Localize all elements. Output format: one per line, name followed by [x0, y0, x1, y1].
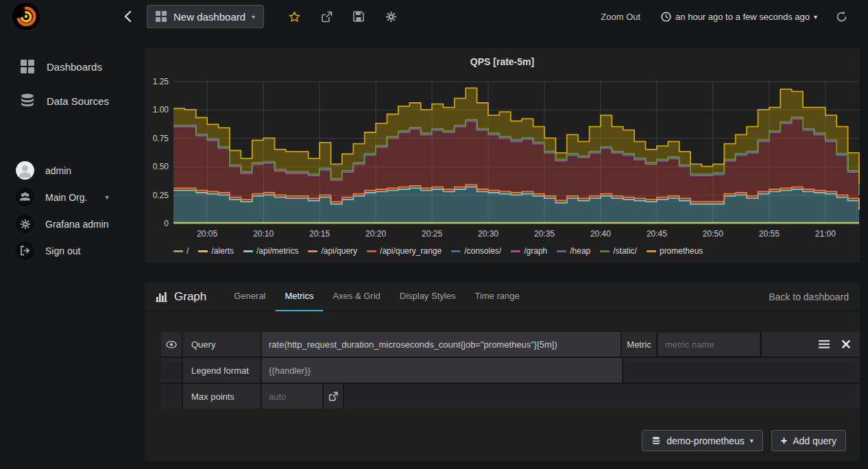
sidebar-item-grafana-admin[interactable]: Grafana admin	[0, 211, 137, 237]
external-link-icon	[328, 392, 338, 401]
collapse-sidebar-chevron-icon[interactable]	[123, 10, 132, 23]
chevron-down-icon: ▾	[105, 193, 108, 201]
legend-item[interactable]: /api/query	[308, 246, 357, 256]
profile-username: admin	[45, 165, 71, 176]
sidebar-item-profile[interactable]: admin	[0, 157, 137, 184]
max-points-input[interactable]	[262, 384, 322, 409]
query-row: Query Metric	[161, 332, 860, 357]
svg-text:20:55: 20:55	[759, 229, 780, 239]
svg-text:0.25: 0.25	[153, 191, 169, 200]
remove-query-icon[interactable]	[842, 340, 850, 348]
tab-metrics[interactable]: Metrics	[276, 282, 324, 311]
org-name: Main Org.	[45, 192, 87, 203]
tab-general[interactable]: General	[224, 282, 275, 311]
dashboard-title-dropdown[interactable]: New dashboard ▾	[147, 5, 264, 28]
grid-icon	[156, 11, 167, 23]
metrics-tab-content: Query Metric	[145, 311, 860, 460]
tab-axes-grid[interactable]: Axes & Grid	[323, 282, 389, 311]
back-to-dashboard-link[interactable]: Back to dashboard	[769, 291, 849, 302]
datasource-selector-button[interactable]: demo-prometheus ▾	[642, 430, 763, 451]
legend-series-label: /heap	[570, 246, 590, 256]
tab-display-styles[interactable]: Display Styles	[390, 282, 466, 311]
legend-series-swatch	[367, 250, 376, 252]
legend-item[interactable]: /static/	[600, 246, 637, 256]
legend-series-swatch	[511, 250, 520, 252]
svg-text:1.25: 1.25	[153, 77, 169, 86]
chevron-down-icon: ▾	[814, 13, 817, 21]
users-icon	[16, 188, 34, 206]
empty-cell	[623, 358, 860, 383]
shift-interval-button[interactable]	[324, 384, 343, 409]
query-input[interactable]	[262, 332, 620, 357]
max-points-input-cell[interactable]	[262, 384, 322, 409]
sidebar-item-dashboards[interactable]: Dashboards	[0, 49, 137, 84]
legend-item[interactable]: /api/metrics	[243, 246, 298, 256]
legend-format-row: Legend format	[161, 358, 860, 383]
empty-cell	[161, 384, 182, 409]
sidebar-item-sign-out[interactable]: Sign out	[0, 237, 137, 264]
graph-panel: QPS [rate-5m] 00.250.500.751.001.2520:05…	[145, 48, 860, 263]
star-icon[interactable]	[288, 10, 300, 23]
legend-format-input-cell[interactable]	[262, 358, 622, 383]
query-input-cell[interactable]	[262, 332, 620, 357]
zoom-out-button[interactable]: Zoom Out	[601, 12, 640, 22]
toggle-query-visibility-button[interactable]	[161, 332, 182, 357]
graph-legend: //alerts/api/metrics/api/query/api/query…	[173, 246, 703, 256]
svg-text:20:45: 20:45	[647, 229, 667, 239]
svg-text:20:30: 20:30	[478, 229, 498, 239]
database-icon	[651, 436, 661, 446]
svg-text:20:05: 20:05	[197, 229, 217, 239]
svg-text:20:50: 20:50	[703, 229, 723, 239]
grid-icon	[19, 58, 36, 75]
eye-icon	[166, 341, 177, 348]
add-query-label: Add query	[793, 435, 836, 446]
save-icon[interactable]	[352, 10, 365, 23]
svg-text:21:00: 21:00	[815, 229, 836, 239]
time-range-picker[interactable]: an hour ago to a few seconds ago ▾	[661, 12, 817, 22]
legend-item[interactable]: /heap	[557, 246, 590, 256]
share-icon[interactable]	[320, 10, 333, 23]
empty-cell	[344, 384, 860, 409]
query-label: Query	[183, 332, 261, 357]
panel-title[interactable]: QPS [rate-5m]	[145, 48, 860, 69]
legend-series-swatch	[198, 250, 208, 252]
svg-text:0.50: 0.50	[153, 162, 169, 171]
editor-header: Graph GeneralMetricsAxes & GridDisplay S…	[145, 282, 860, 311]
sidebar: Dashboards Data Sources admin Main Or	[0, 33, 137, 469]
avatar	[16, 161, 34, 180]
legend-item[interactable]: /graph	[511, 246, 547, 256]
bar-chart-icon	[156, 291, 167, 302]
sign-out-label: Sign out	[45, 245, 80, 256]
max-points-label: Max points	[183, 384, 261, 409]
grafana-logo-icon[interactable]	[12, 3, 40, 30]
dashboard-content: QPS [rate-5m] 00.250.500.751.001.2520:05…	[137, 33, 868, 469]
legend-item[interactable]: /	[173, 246, 189, 256]
legend-series-label: /api/query_range	[380, 246, 442, 256]
metric-input-cell[interactable]	[658, 332, 760, 357]
svg-text:20:35: 20:35	[534, 229, 555, 239]
grafana-admin-label: Grafana admin	[45, 219, 109, 230]
max-points-row: Max points	[161, 384, 860, 409]
legend-item[interactable]: /alerts	[198, 246, 234, 256]
sidebar-item-data-sources[interactable]: Data Sources	[0, 84, 137, 118]
legend-series-label: /consoles/	[464, 246, 501, 256]
add-query-button[interactable]: + Add query	[771, 430, 846, 451]
editor-tabs: GeneralMetricsAxes & GridDisplay StylesT…	[224, 282, 529, 311]
sidebar-item-label: Data Sources	[47, 95, 109, 107]
sign-out-icon	[16, 241, 34, 260]
legend-series-swatch	[647, 250, 656, 252]
clock-icon	[661, 12, 671, 22]
legend-format-input[interactable]	[262, 358, 622, 383]
legend-item[interactable]: prometheus	[647, 246, 703, 256]
legend-series-swatch	[243, 250, 253, 252]
graph-canvas[interactable]: 00.250.500.751.001.2520:0520:1020:1520:2…	[145, 69, 860, 247]
metric-name-input[interactable]	[658, 333, 760, 356]
tab-time-range[interactable]: Time range	[465, 282, 529, 311]
sidebar-item-org-switcher[interactable]: Main Org. ▾	[0, 184, 137, 211]
svg-text:0: 0	[164, 219, 169, 228]
legend-item[interactable]: /api/query_range	[367, 246, 442, 256]
legend-item[interactable]: /consoles/	[451, 246, 501, 256]
query-menu-icon[interactable]	[819, 340, 830, 348]
gear-icon[interactable]	[385, 10, 397, 23]
refresh-icon[interactable]	[835, 10, 847, 23]
